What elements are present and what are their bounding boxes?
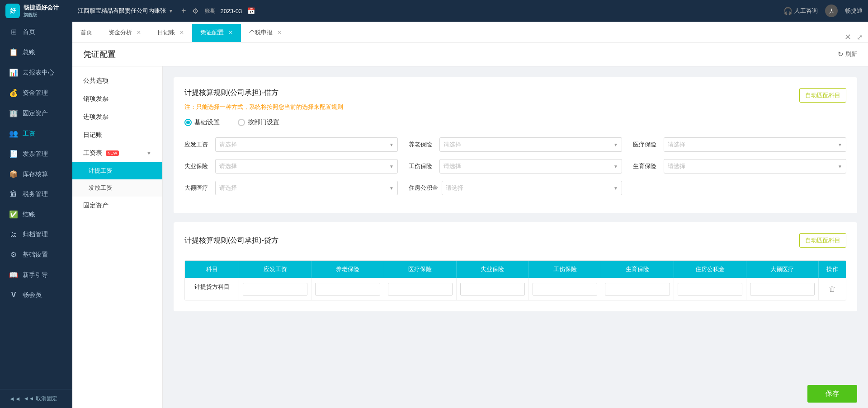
td-ylbx2[interactable] <box>384 278 457 300</box>
sub-item-public[interactable]: 公共选项 <box>72 72 162 90</box>
logo-icon: 好 <box>5 4 20 18</box>
sub-item-accrue-label: 计提工资 <box>89 167 112 174</box>
tab-finance-analysis-close[interactable]: ✕ <box>137 29 141 36</box>
tab-tax-report[interactable]: 个税申报 ✕ <box>241 24 290 42</box>
cancel-fixed-btn[interactable]: ◄◄ ◄◄ 取消固定 <box>0 389 72 408</box>
td-row-label: 计提贷方科目 <box>185 278 239 300</box>
radio-dept-label: 按部门设置 <box>248 118 279 127</box>
sub-item-sales-invoice[interactable]: 销项发票 <box>72 90 162 108</box>
company-selector[interactable]: 江西服宝精品有限责任公司内账张 ▼ + ⚙ 账期 2023-03 📅 <box>78 6 783 16</box>
sub-item-fixed-assets[interactable]: 固定资产 <box>72 197 162 215</box>
td-scbx[interactable] <box>601 278 674 300</box>
sidebar-label-reports: 云报表中心 <box>23 69 54 77</box>
save-btn[interactable]: 保存 <box>807 385 857 403</box>
input-ylbx2[interactable] <box>388 283 453 295</box>
sidebar-item-settings[interactable]: ⚙ 基础设置 <box>0 244 72 265</box>
input-yfgz[interactable] <box>243 283 307 295</box>
input-sybx[interactable] <box>460 283 525 295</box>
td-yfgz[interactable] <box>239 278 311 300</box>
settings-btn[interactable]: ⚙ <box>192 7 198 15</box>
select-ylbx[interactable]: 请选择 ▼ <box>439 137 622 152</box>
input-zfgjj[interactable] <box>678 283 742 295</box>
td-sybx[interactable] <box>457 278 529 300</box>
tab-finance-analysis[interactable]: 资金分析 ✕ <box>100 24 149 42</box>
th-yfgz: 应发工资 <box>239 261 311 278</box>
tab-journal[interactable]: 日记账 ✕ <box>149 24 192 42</box>
sidebar-item-ledger[interactable]: 📋 总账 <box>0 42 72 62</box>
sub-item-pay-label: 发放工资 <box>89 184 112 191</box>
tab-bar: 首页 资金分析 ✕ 日记账 ✕ 凭证配置 ✕ 个税申报 ✕ ✕ ⤢ <box>72 22 868 42</box>
td-action[interactable]: 🗑 <box>819 278 846 300</box>
sidebar-item-inventory[interactable]: 📦 库存核算 <box>0 164 72 184</box>
sub-item-salary-sheet[interactable]: 工资表 NEW ▼ <box>72 144 162 162</box>
tab-journal-close[interactable]: ✕ <box>179 29 184 36</box>
input-scbx[interactable] <box>605 283 670 295</box>
td-deyil[interactable] <box>746 278 819 300</box>
tab-journal-label: 日记账 <box>157 28 175 37</box>
calendar-icon[interactable]: 📅 <box>247 7 255 14</box>
sidebar-item-finance[interactable]: 💰 资金管理 <box>0 83 72 103</box>
sidebar-item-salary[interactable]: 👥 工资 <box>0 123 72 144</box>
select-gsbx[interactable]: 请选择 ▼ <box>439 159 622 174</box>
sidebar-item-invoice[interactable]: 🧾 发票管理 <box>0 144 72 164</box>
sidebar-item-member[interactable]: V 畅会员 <box>0 285 72 305</box>
debit-section: 计提核算规则(公司承担)-借方 注：只能选择一种方式，系统将按照您当前的选择来配… <box>174 77 857 213</box>
invoice-icon: 🧾 <box>9 150 18 158</box>
sidebar-label-assets: 固定资产 <box>23 109 48 117</box>
sidebar-item-close[interactable]: ✅ 结账 <box>0 204 72 225</box>
input-deyil[interactable] <box>750 283 815 295</box>
add-account-btn[interactable]: + <box>181 6 186 16</box>
tab-voucher-config[interactable]: 凭证配置 ✕ <box>192 24 241 42</box>
expand-window-btn[interactable]: ⤢ <box>857 33 863 42</box>
delete-row-btn[interactable]: 🗑 <box>829 285 836 293</box>
sub-item-accrue-salary[interactable]: 计提工资 <box>72 162 162 179</box>
sidebar-item-guide[interactable]: 📖 新手引导 <box>0 265 72 285</box>
support-btn[interactable]: 🎧 人工咨询 <box>783 7 818 15</box>
select-ylbx2[interactable]: 请选择 ▼ <box>664 137 846 152</box>
sidebar-item-home[interactable]: ⊞ 首页 <box>0 22 72 42</box>
form-item-sybx2: 生育保险 请选择 ▼ <box>633 159 846 174</box>
sub-salary-children: 计提工资 发放工资 <box>72 162 162 197</box>
refresh-btn[interactable]: ↻ 刷新 <box>838 50 857 58</box>
select-sybx2[interactable]: 请选择 ▼ <box>664 159 846 174</box>
radio-department[interactable]: 按部门设置 <box>238 118 279 127</box>
tab-home[interactable]: 首页 <box>72 24 100 42</box>
placeholder-yfgz: 请选择 <box>219 141 237 149</box>
select-deyil[interactable]: 请选择 ▼ <box>215 181 398 195</box>
input-gsbx[interactable] <box>533 283 597 295</box>
sub-sidebar: 公共选项 销项发票 进项发票 日记账 工资表 NEW ▼ <box>72 66 163 408</box>
td-ylbx[interactable] <box>311 278 384 300</box>
sub-item-journal[interactable]: 日记账 <box>72 126 162 144</box>
input-ylbx[interactable] <box>315 283 380 295</box>
td-gsbx[interactable] <box>529 278 601 300</box>
tab-tax-report-label: 个税申报 <box>249 28 273 37</box>
sub-item-pay-salary[interactable]: 发放工资 <box>72 179 162 197</box>
sub-item-purchase-invoice[interactable]: 进项发票 <box>72 108 162 126</box>
radio-basic[interactable]: 基础设置 <box>184 118 220 127</box>
page-title: 凭证配置 <box>83 49 116 60</box>
close-period-icon: ✅ <box>9 210 18 219</box>
tab-voucher-config-close[interactable]: ✕ <box>228 29 233 36</box>
form-item-zfgjj: 住房公积金 请选择 ▼ <box>409 181 622 195</box>
content-area: 首页 资金分析 ✕ 日记账 ✕ 凭证配置 ✕ 个税申报 ✕ ✕ ⤢ <box>72 22 868 408</box>
select-sybx[interactable]: 请选择 ▼ <box>215 159 398 174</box>
close-window-btn[interactable]: ✕ <box>844 32 851 42</box>
sidebar-item-archive[interactable]: 🗂 归档管理 <box>0 225 72 244</box>
debit-auto-match-btn[interactable]: 自动匹配科目 <box>799 88 846 103</box>
sidebar-label-guide: 新手引导 <box>23 271 48 279</box>
sidebar-item-assets[interactable]: 🏢 固定资产 <box>0 103 72 123</box>
sidebar-item-tax[interactable]: 🏛 税务管理 <box>0 184 72 204</box>
select-zfgjj[interactable]: 请选择 ▼ <box>442 181 622 195</box>
sidebar-item-reports[interactable]: 📊 云报表中心 <box>0 62 72 83</box>
arrow-sybx: ▼ <box>389 164 394 169</box>
sub-item-salary-sheet-label: 工资表 <box>83 149 102 157</box>
reports-icon: 📊 <box>9 68 18 77</box>
select-yfgz[interactable]: 请选择 ▼ <box>215 137 398 152</box>
credit-auto-match-btn[interactable]: 自动匹配科目 <box>799 233 846 248</box>
td-zfgjj[interactable] <box>674 278 746 300</box>
tab-tax-report-close[interactable]: ✕ <box>277 29 282 36</box>
label-gsbx: 工伤保险 <box>409 162 436 170</box>
tab-finance-analysis-label: 资金分析 <box>108 28 132 37</box>
label-yfgz: 应发工资 <box>184 141 212 149</box>
member-icon: V <box>9 291 18 299</box>
